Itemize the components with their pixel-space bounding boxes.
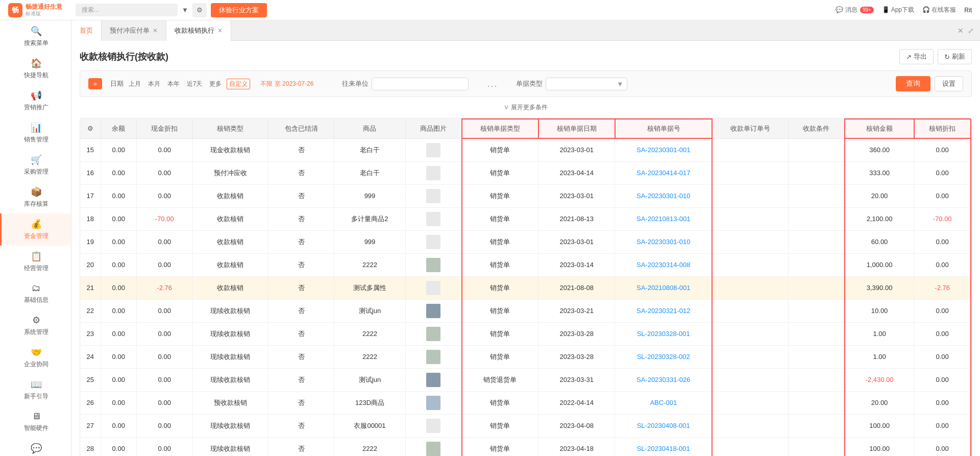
cell-num: 28 — [80, 437, 101, 456]
date-last-month[interactable]: 上月 — [127, 79, 143, 89]
solution-button[interactable]: 休验行业方案 — [211, 3, 267, 17]
partner-input[interactable] — [372, 78, 469, 90]
cell-goods-img — [405, 138, 461, 161]
sidebar-item-system[interactable]: ⚙ 系统管理 — [0, 309, 71, 342]
cell-num: 15 — [80, 138, 101, 161]
cell-condition — [789, 276, 845, 299]
tab-home[interactable]: 首页 — [71, 20, 102, 41]
sidebar-item-marketing[interactable]: 📢 营销推广 — [0, 85, 71, 117]
cell-bill-no: SL-20230418-001 — [615, 437, 713, 456]
date-more[interactable]: 更多 — [207, 79, 224, 89]
sidebar-item-hardware[interactable]: 🖥 智能硬件 — [0, 406, 71, 438]
export-button[interactable]: ↗ 导出 — [899, 49, 934, 64]
content-area: 首页 预付冲应付单 ✕ 收款核销执行 ✕ ✕ ⤢ 收款核销执行(按收款) — [71, 20, 980, 456]
sidebar-item-guide[interactable]: 📖 新手引导 — [0, 374, 71, 406]
cell-goods: 测试多属性 — [334, 276, 406, 299]
date-this-month[interactable]: 本月 — [146, 79, 162, 89]
tab-prepay[interactable]: 预付冲应付单 ✕ — [102, 20, 166, 41]
purchase-icon: 🛒 — [31, 154, 42, 165]
cell-bill-date: 2023-03-21 — [538, 299, 615, 322]
refresh-button[interactable]: ↻ 刷新 — [938, 49, 972, 64]
sidebar-item-business[interactable]: 📋 经营管理 — [0, 246, 71, 278]
cell-bill-date: 2023-03-01 — [538, 230, 615, 253]
expand-more-button[interactable]: ∨ 展开更多条件 — [504, 103, 547, 112]
cell-num: 16 — [80, 161, 101, 184]
sidebar-item-wechat[interactable]: 💬 企业微信 — [0, 438, 71, 456]
cell-bill-no: SL-20230328-002 — [615, 345, 713, 368]
date-this-year[interactable]: 本年 — [165, 79, 182, 89]
cell-cash-discount: 0.00 — [137, 184, 193, 207]
cell-bill-date: 2023-04-18 — [538, 437, 615, 456]
cell-discount: 0.00 — [914, 322, 971, 345]
cell-settled: 否 — [268, 253, 334, 276]
cell-goods: 2222 — [334, 253, 406, 276]
cell-goods-img — [405, 184, 461, 207]
cell-order-no — [712, 276, 788, 299]
cell-goods: 多计量商品2 — [334, 207, 406, 230]
sidebar-item-purchase[interactable]: 🛒 采购管理 — [0, 149, 71, 181]
cell-cash-discount: -70.00 — [137, 207, 193, 230]
close-window-icon[interactable]: ✕ — [958, 27, 964, 35]
date-custom[interactable]: 自定义 — [227, 79, 250, 89]
th-balance: 余额 — [101, 119, 137, 138]
sidebar-item-inventory[interactable]: 📦 库存核算 — [0, 181, 71, 213]
maximize-window-icon[interactable]: ⤢ — [968, 27, 974, 35]
dropdown-arrow-icon[interactable]: ▼ — [182, 6, 188, 14]
cell-goods: 老白干 — [334, 138, 406, 161]
hardware-icon: 🖥 — [32, 411, 41, 422]
date-links: 上月 本月 本年 近7天 更多 自定义 — [127, 79, 251, 89]
cell-bill-no: SL-20230328-001 — [615, 322, 713, 345]
more-filters-dots: ... — [487, 79, 498, 89]
settings-gear-btn[interactable]: ⚙ — [192, 3, 207, 17]
messages-btn[interactable]: 💬 消息 99+ — [836, 6, 874, 14]
cell-bill-date: 2021-08-13 — [538, 207, 615, 230]
sidebar-item-sales[interactable]: 📊 销售管理 — [0, 117, 71, 149]
cell-type: 预付冲应收 — [192, 161, 268, 184]
cell-num: 18 — [80, 207, 101, 230]
tab-receipts[interactable]: 收款核销执行 ✕ — [166, 20, 231, 41]
sidebar-item-basic[interactable]: 🗂 基础信息 — [0, 278, 71, 309]
tab-bar-right: ✕ ⤢ — [958, 27, 980, 35]
date-7days[interactable]: 近7天 — [185, 79, 205, 89]
table-row: 26 0.00 0.00 预收款核销 否 123D商品 销货单 2022-04-… — [80, 391, 971, 414]
filter-setting-button[interactable]: 设置 — [935, 76, 963, 91]
filter-bill-type-group: 单据类型 ▼ — [516, 78, 627, 90]
tab-close-receipts[interactable]: ✕ — [217, 27, 223, 34]
sidebar-item-search[interactable]: 🔍 搜索菜单 — [0, 20, 71, 53]
cell-amount: 360.00 — [845, 138, 914, 161]
cell-cash-discount: 0.00 — [137, 299, 193, 322]
sidebar-item-enterprise[interactable]: 🤝 企业协同 — [0, 342, 71, 374]
cell-num: 25 — [80, 368, 101, 391]
filter-expand-button[interactable]: » — [88, 78, 102, 89]
cell-num: 17 — [80, 184, 101, 207]
table-header-row: ⚙ 余额 现金折扣 核销类型 包含已结清 商品 商品图片 核销单据类型 核销单据… — [80, 119, 971, 138]
cell-amount: 1,000.00 — [845, 253, 914, 276]
cell-bill-type: 销货退货单 — [462, 368, 538, 391]
online-service-btn[interactable]: 🎧 在线客服 — [922, 6, 956, 14]
sidebar-item-finance[interactable]: 💰 资金管理 — [0, 213, 71, 246]
cell-goods-img — [405, 253, 461, 276]
cell-cash-discount: 0.00 — [137, 414, 193, 437]
cell-settled: 否 — [268, 414, 334, 437]
user-name[interactable]: Rit — [964, 7, 972, 14]
cell-discount: 0.00 — [914, 299, 971, 322]
tab-close-prepay[interactable]: ✕ — [153, 27, 158, 34]
sidebar-item-quick[interactable]: 🏠 快捷导航 — [0, 53, 71, 85]
cell-goods: 测试jun — [334, 368, 406, 391]
cell-condition — [789, 161, 845, 184]
cell-balance: 0.00 — [101, 253, 137, 276]
top-search-box: 搜索... — [76, 4, 178, 16]
cell-order-no — [712, 253, 788, 276]
app-download-btn[interactable]: 📱 App下载 — [882, 6, 914, 14]
cell-num: 20 — [80, 253, 101, 276]
cell-bill-date: 2023-03-31 — [538, 368, 615, 391]
cell-bill-no: SA-20230301-001 — [615, 138, 713, 161]
page-title: 收款核销执行(按收款) — [80, 51, 168, 63]
cell-bill-date: 2023-04-08 — [538, 414, 615, 437]
query-button[interactable]: 查询 — [896, 76, 930, 91]
cell-bill-no: SA-20230331-026 — [615, 368, 713, 391]
cell-bill-no: SL-20230408-001 — [615, 414, 713, 437]
cell-bill-no: SA-20230314-008 — [615, 253, 713, 276]
bill-type-select[interactable] — [546, 78, 627, 90]
inventory-icon: 📦 — [31, 186, 42, 198]
